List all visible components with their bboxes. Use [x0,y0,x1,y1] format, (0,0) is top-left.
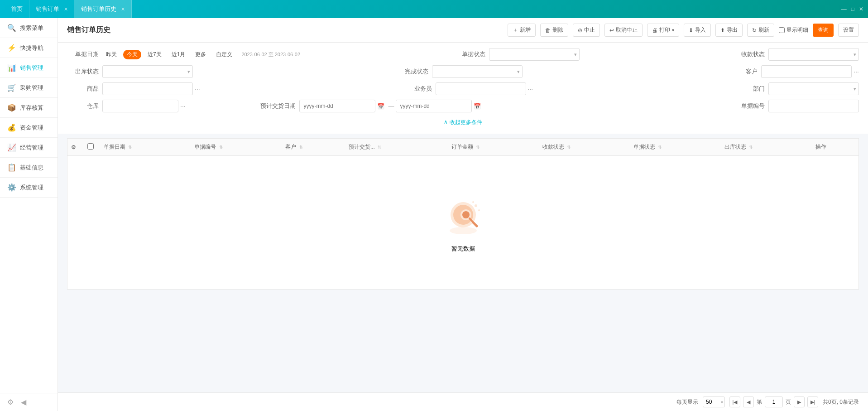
sidebar-item-purchase-mgmt-label: 采购管理 [20,84,43,92]
sidebar-item-capital-label: 资金管理 [20,124,43,132]
delivery-date-from[interactable] [299,100,375,112]
sidebar-item-system[interactable]: ⚙️ 系统管理 [0,178,58,198]
page-go-label: 第 [757,398,762,406]
customer-input[interactable] [761,65,852,78]
sidebar-item-sales-mgmt[interactable]: 📊 销售管理 [0,58,58,78]
collapse-icon: ∧ [444,119,448,126]
date-tag-yesterday[interactable]: 昨天 [102,50,120,59]
th-order-amount[interactable]: 订单金额 ⇅ [448,139,539,156]
table-header-row: ⚙ 单据日期 ⇅ 单据编号 ⇅ [67,139,859,156]
delete-button[interactable]: 🗑 删除 [540,24,568,37]
cal-from-icon[interactable]: 📅 [377,103,384,110]
cal-to-icon[interactable]: 📅 [474,103,481,110]
page-size-select[interactable]: 50 10 20 100 [703,396,725,407]
sidebar-item-inventory[interactable]: 📦 库存核算 [0,98,58,118]
show-cols-checkbox[interactable] [779,27,785,33]
settings-button[interactable]: 设置 [838,24,859,37]
sidebar-settings-icon[interactable]: ⚙ [7,398,14,406]
top-bar: 首页 销售订单 ✕ 销售订单历史 ✕ — □ ✕ [0,0,868,18]
sidebar-item-quick-nav[interactable]: ⚡ 快捷导航 [0,38,58,58]
tab-sales-order-history-label: 销售订单历史 [81,5,116,13]
th-bill-status[interactable]: 单据状态 ⇅ [630,139,721,156]
close-icon[interactable]: ✕ [859,6,863,12]
stock-out-status-select[interactable] [102,65,193,78]
th-stock-out-status[interactable]: 出库状态 ⇅ [721,139,812,156]
receipt-status-select[interactable] [768,48,859,61]
cancel-stop-button[interactable]: ↩ 取消中止 [604,24,643,37]
new-button[interactable]: ＋ 新增 [508,24,536,37]
th-stock-out-status-label: 出库状态 [724,144,746,150]
date-tag-today[interactable]: 今天 [123,50,141,59]
product-more-btn[interactable]: ··· [195,85,200,92]
customer-more-btn[interactable]: ··· [854,68,859,75]
th-order-amount-label: 订单金额 [451,144,473,150]
new-label: 新增 [520,26,531,34]
th-customer[interactable]: 客户 ⇅ [282,139,345,156]
svg-point-4 [462,211,470,218]
th-delivery-date[interactable]: 预计交货... ⇅ [345,139,448,156]
page-first-btn[interactable]: |◀ [729,396,740,407]
page-number-input[interactable] [765,396,783,407]
filter-area: 单据日期 昨天 今天 近7天 近1月 更多 自定义 2023-06-02 至 2… [58,43,868,134]
toolbar: ＋ 新增 🗑 删除 ⊘ 中止 ↩ 取消中止 [508,24,859,37]
th-gear[interactable]: ⚙ [67,139,84,156]
bill-status-select[interactable] [489,48,580,61]
date-tag-last1m[interactable]: 近1月 [168,50,189,59]
page-next-btn[interactable]: ▶ [794,396,805,407]
date-tag-more[interactable]: 更多 [192,50,210,59]
sidebar-item-operations[interactable]: 📈 经营管理 [0,138,58,158]
empty-state: 暂无数据 [67,156,858,289]
sidebar-item-capital[interactable]: 💰 资金管理 [0,118,58,138]
warehouse-input[interactable] [102,100,178,112]
refresh-button[interactable]: ↻ 刷新 [747,24,774,37]
tab-sales-order-label: 销售订单 [36,5,59,13]
query-button[interactable]: 查询 [813,24,834,37]
date-tag-last7[interactable]: 近7天 [144,50,165,59]
sidebar-item-base-info[interactable]: 📋 基础信息 [0,158,58,178]
import-button[interactable]: ⬇ 导入 [684,24,711,37]
page-prev-btn[interactable]: ◀ [743,396,754,407]
collapse-row[interactable]: ∧ 收起更多条件 [67,117,859,128]
warehouse-more-btn[interactable]: ··· [180,102,186,110]
delete-label: 删除 [552,26,563,34]
export-button[interactable]: ⬆ 导出 [715,24,743,37]
th-bill-date[interactable]: 单据日期 ⇅ [100,139,191,156]
delivery-date-label: 预计交货日期 [260,102,296,110]
collapse-label: 收起更多条件 [450,119,482,126]
minimize-icon[interactable]: — [841,6,847,12]
bill-no-input[interactable] [768,100,859,112]
dept-select[interactable] [768,82,859,95]
cancel-stop-icon: ↩ [609,27,614,34]
stop-button[interactable]: ⊘ 中止 [573,24,600,37]
salesperson-more-btn[interactable]: ··· [528,85,533,92]
date-tag-custom[interactable]: 自定义 [212,50,236,59]
sort-icon-order-amount: ⇅ [476,145,480,150]
stock-out-status-select-wrap [102,65,193,78]
sort-icon-bill-date: ⇅ [128,145,132,150]
tab-sales-order-history[interactable]: 销售订单历史 ✕ [75,0,132,18]
complete-status-select[interactable] [432,65,523,78]
th-receipt-status[interactable]: 收款状态 ⇅ [539,139,630,156]
tab-sales-order-close[interactable]: ✕ [64,6,68,12]
delivery-date-to[interactable] [396,100,472,112]
th-delivery-date-label: 预计交货... [349,144,375,150]
sidebar-item-purchase-mgmt[interactable]: 🛒 采购管理 [0,78,58,98]
sidebar-item-inventory-label: 库存核算 [20,104,43,112]
maximize-icon[interactable]: □ [851,6,854,12]
sidebar-collapse-icon[interactable]: ◀ [21,398,26,406]
print-button[interactable]: 🖨 打印 ▾ [647,24,679,37]
date-range-text: 2023-06-02 至 2023-06-02 [241,51,300,58]
tab-sales-order-history-close[interactable]: ✕ [121,6,125,12]
sidebar-item-search-menu[interactable]: 🔍 搜索菜单 [0,18,58,38]
tab-sales-order[interactable]: 销售订单 ✕ [29,0,75,18]
svg-line-6 [473,222,477,226]
th-bill-no[interactable]: 单据编号 ⇅ [191,139,282,156]
page-last-btn[interactable]: ▶| [807,396,818,407]
product-input[interactable] [102,82,193,95]
select-all-checkbox[interactable] [87,143,94,150]
gear-icon[interactable]: ⚙ [71,144,76,150]
data-table: ⚙ 单据日期 ⇅ 单据编号 ⇅ [67,138,859,290]
tab-home[interactable]: 首页 [5,0,29,18]
empty-row: 暂无数据 [67,156,859,290]
salesperson-input[interactable] [436,82,526,95]
